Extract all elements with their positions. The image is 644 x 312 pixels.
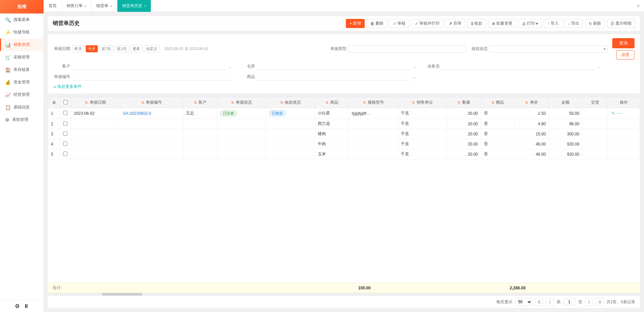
- sidebar-item-basic-info[interactable]: 📋 基础信息: [0, 101, 44, 113]
- row-checkbox-3[interactable]: [60, 139, 71, 149]
- pause-icon[interactable]: ⏸: [24, 303, 29, 309]
- tab-home[interactable]: 首页: [44, 0, 62, 12]
- row-goods-0: 小白菜: [315, 108, 349, 119]
- tab-sales-goods-close[interactable]: ×: [110, 4, 112, 8]
- row-checkbox-4[interactable]: [60, 149, 71, 159]
- settings-icon[interactable]: ⚙: [15, 303, 20, 309]
- warehouse-dots[interactable]: ...: [413, 64, 416, 69]
- th-unit-price[interactable]: ⇅ 单价: [515, 97, 549, 108]
- sidebar-item-inventory[interactable]: 🏠 库存核算: [0, 63, 44, 76]
- date-today[interactable]: 今天: [86, 45, 98, 52]
- new-button[interactable]: + 新增: [346, 19, 365, 28]
- row-checkbox[interactable]: [63, 121, 67, 126]
- row-doc-no-4[interactable]: [120, 149, 183, 159]
- print-button[interactable]: 🖨 打印 ▾: [518, 19, 542, 28]
- date-more[interactable]: 更多: [130, 45, 142, 52]
- date-custom[interactable]: 自定义: [144, 45, 160, 52]
- tab-sales-goods[interactable]: 销货单 ×: [91, 0, 117, 12]
- row-checkbox-0[interactable]: [60, 108, 71, 119]
- collect-status-input[interactable]: [490, 45, 608, 53]
- sidebar-item-quick-nav[interactable]: ⚡ 快捷导航: [0, 26, 44, 38]
- th-gift[interactable]: ⇅ 赠品: [481, 97, 515, 108]
- row-checkbox[interactable]: [63, 111, 67, 115]
- row-checkbox[interactable]: [63, 152, 67, 156]
- row-doc-no-3[interactable]: [120, 139, 183, 149]
- row-doc-no-2[interactable]: [120, 129, 183, 139]
- total-info: 共1页，5条记录: [607, 299, 635, 305]
- doc-type-input[interactable]: [348, 45, 466, 53]
- next-page-button[interactable]: ⟩: [585, 298, 593, 306]
- batch-change-button[interactable]: ⊕ 批量变更: [488, 19, 516, 28]
- last-page-button[interactable]: ⟩⟩: [596, 298, 604, 306]
- row-checkbox[interactable]: [63, 131, 67, 136]
- abandon-button[interactable]: ✗ 弃审: [445, 19, 465, 28]
- th-gear[interactable]: ⚙: [48, 97, 60, 108]
- sidebar-item-search-menu[interactable]: 🔍 搜索菜单: [0, 14, 44, 26]
- sidebar-item-operation-mgmt[interactable]: 📈 经营管理: [0, 88, 44, 101]
- prev-page-button[interactable]: ⟨: [546, 298, 554, 306]
- op-more-btn[interactable]: ⋯: [616, 111, 622, 116]
- show-detail-button[interactable]: ☰ 显示明细: [607, 19, 635, 28]
- audit-print-button[interactable]: ✓ 审核并打印: [411, 19, 443, 28]
- row-spec-4: [349, 149, 398, 159]
- per-page-select[interactable]: 50 100 200: [515, 298, 532, 306]
- tab-sales-goods-history-close[interactable]: ×: [144, 4, 146, 8]
- customer-input[interactable]: [72, 63, 226, 70]
- audit-button[interactable]: ✓ 审核: [389, 19, 409, 28]
- th-transaction[interactable]: 交货: [582, 97, 608, 108]
- select-all-checkbox[interactable]: [63, 100, 68, 104]
- th-doc-date[interactable]: ⇅ 单据日期: [71, 97, 120, 108]
- collapse-btn[interactable]: ∧ 收起更多条件: [53, 84, 635, 89]
- sidebar-item-system-mgmt[interactable]: ⚙ 系统管理: [0, 113, 44, 126]
- tab-sales-order-close[interactable]: ×: [84, 4, 86, 8]
- export-button[interactable]: ↓ 导出: [564, 19, 583, 28]
- th-amount[interactable]: 金额: [549, 97, 582, 108]
- refresh-button[interactable]: ↻ 刷新: [585, 19, 605, 28]
- th-doc-no[interactable]: ⇅ 单据编号: [120, 97, 183, 108]
- table-row: 12023-06-02SA-20230602-0王总已生效已收款小白菜tyjyj…: [48, 108, 640, 119]
- th-sales-unit[interactable]: ⇅ 销售单位: [398, 97, 447, 108]
- th-checkbox[interactable]: [60, 97, 71, 108]
- import-button[interactable]: ↑ 导入: [544, 19, 562, 28]
- set-button[interactable]: 设置: [616, 50, 635, 59]
- row-doc-status-1: [217, 119, 266, 129]
- date-yesterday[interactable]: 昨天: [72, 45, 84, 52]
- sidebar-item-sales-mgmt[interactable]: 📊 销售管理: [0, 38, 44, 51]
- row-operation-4: [608, 149, 640, 159]
- filter-collect-status: 收款状态 ▾: [471, 45, 606, 53]
- delete-button[interactable]: 🗑 删除: [367, 19, 387, 28]
- business-input[interactable]: [442, 63, 595, 70]
- collect-button[interactable]: $ 收款: [467, 19, 486, 28]
- row-gift-4: 否: [481, 149, 515, 159]
- query-button[interactable]: 查询: [612, 38, 635, 48]
- th-goods[interactable]: ⇅ 商品: [315, 97, 349, 108]
- op-edit-btn[interactable]: ✎: [611, 111, 616, 116]
- row-doc-no-1[interactable]: [120, 119, 183, 129]
- th-spec[interactable]: ⇅ 规格型号: [349, 97, 398, 108]
- window-close-button[interactable]: ✕: [633, 4, 644, 8]
- th-collect-status[interactable]: ⇅ 收款状态: [266, 97, 315, 108]
- tab-sales-order[interactable]: 销售订单 ×: [62, 0, 91, 12]
- sidebar-item-purchase-mgmt[interactable]: 🛒 采购管理: [0, 51, 44, 63]
- th-doc-status[interactable]: ⇅ 单据状态: [217, 97, 266, 108]
- business-dots[interactable]: ...: [597, 64, 601, 69]
- page-input[interactable]: [563, 298, 576, 305]
- row-checkbox[interactable]: [63, 141, 67, 146]
- doc-no-input[interactable]: [72, 73, 231, 80]
- goods-dots[interactable]: ...: [413, 75, 416, 79]
- th-quantity[interactable]: ⇅ 数量: [447, 97, 481, 108]
- row-checkbox-1[interactable]: [60, 119, 71, 129]
- first-page-button[interactable]: ⟨⟨: [535, 298, 543, 306]
- row-checkbox-2[interactable]: [60, 129, 71, 139]
- date-1month[interactable]: 近1月: [115, 45, 129, 52]
- doc-no-link[interactable]: SA-20230602-0: [123, 111, 151, 116]
- warehouse-input[interactable]: [257, 63, 411, 70]
- th-customer[interactable]: ⇅ 客户: [183, 97, 217, 108]
- date-7days[interactable]: 近7天: [99, 45, 113, 52]
- goods-input[interactable]: [257, 73, 411, 80]
- tab-sales-goods-history[interactable]: 销货单历史 ×: [117, 0, 151, 12]
- horizontal-scrollbar[interactable]: [48, 293, 640, 295]
- sidebar-item-finance-mgmt[interactable]: 💰 资金管理: [0, 76, 44, 88]
- customer-dots[interactable]: ...: [228, 64, 231, 69]
- row-doc-no-0[interactable]: SA-20230602-0: [120, 108, 183, 119]
